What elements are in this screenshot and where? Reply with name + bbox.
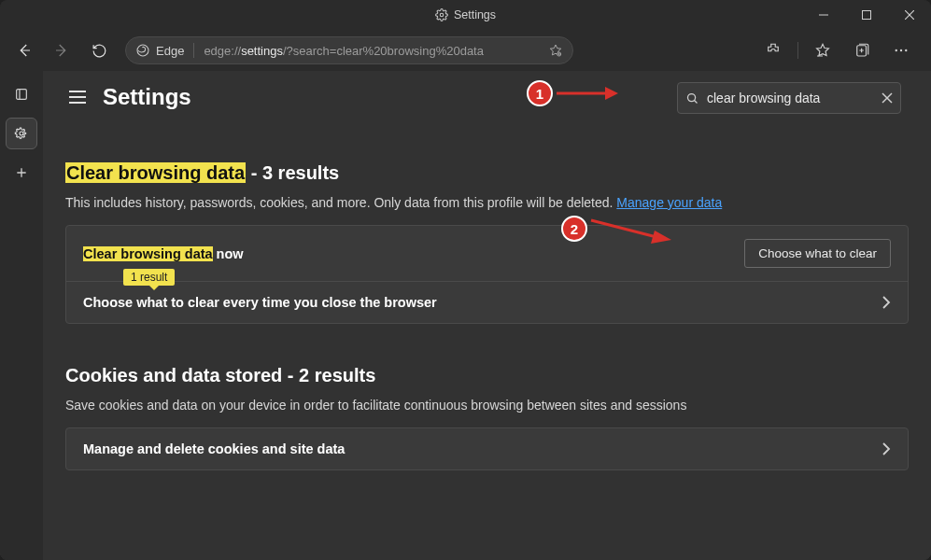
svg-line-24 <box>695 100 698 103</box>
clear-on-close-row[interactable]: Choose what to clear every time you clos… <box>66 282 908 323</box>
tab-actions-button[interactable] <box>6 78 37 110</box>
clear-browsing-card: Clear browsing data now Choose what to c… <box>65 225 909 324</box>
window-title: Settings <box>454 8 496 21</box>
url-path: settings <box>241 44 283 58</box>
section-description: This includes history, passwords, cookie… <box>65 195 909 210</box>
toolbar-actions <box>758 35 924 65</box>
page-body: Settings 1 Clear browsing data - 3 resul… <box>0 71 931 560</box>
svg-point-5 <box>137 45 148 56</box>
svg-point-0 <box>440 13 444 17</box>
svg-point-12 <box>896 49 897 51</box>
collections-button[interactable] <box>847 35 877 65</box>
url-scheme: edge:// <box>204 44 241 58</box>
cookies-card: Manage and delete cookies and site data <box>65 427 909 470</box>
svg-point-17 <box>20 132 23 135</box>
section-title-highlight: Clear browsing data <box>65 162 246 183</box>
search-clear-button[interactable] <box>882 92 893 104</box>
site-identity[interactable]: Edge <box>135 43 184 58</box>
window-controls <box>802 0 931 30</box>
url-query: /?search=clear%20browsing%20data <box>283 44 484 58</box>
minimize-button[interactable] <box>802 0 845 30</box>
choose-what-to-clear-button[interactable]: Choose what to clear <box>744 239 891 268</box>
svg-rect-15 <box>17 90 27 100</box>
vertical-tab-strip <box>0 71 43 560</box>
section-cookies-data: Cookies and data stored - 2 results Save… <box>65 365 909 470</box>
settings-content: Settings 1 Clear browsing data - 3 resul… <box>43 71 931 560</box>
row-label: Choose what to clear every time you clos… <box>83 295 437 310</box>
new-tab-button[interactable] <box>6 157 37 189</box>
maximize-button[interactable] <box>845 0 888 30</box>
edge-logo-icon <box>135 43 150 58</box>
section-clear-browsing-data: Clear browsing data - 3 results This inc… <box>65 162 909 324</box>
manage-your-data-link[interactable]: Manage your data <box>616 195 722 210</box>
svg-point-14 <box>905 49 907 51</box>
close-button[interactable] <box>888 0 931 30</box>
chevron-right-icon <box>882 442 891 455</box>
more-button[interactable] <box>886 35 916 65</box>
section-title-suffix: - 3 results <box>246 162 339 183</box>
section-title: Cookies and data stored - 2 results <box>65 365 909 386</box>
section-title: Clear browsing data - 3 results <box>65 162 909 184</box>
browser-toolbar: Edge edge://settings/?search=clear%20bro… <box>0 30 931 71</box>
tab-settings[interactable] <box>6 118 37 149</box>
svg-point-13 <box>900 49 902 51</box>
row-label-highlight: Clear browsing data <box>83 246 213 261</box>
favorites-button[interactable] <box>808 35 838 65</box>
title-bar: Settings <box>0 0 931 30</box>
svg-rect-2 <box>863 11 871 20</box>
settings-menu-button[interactable] <box>65 85 90 109</box>
page-title: Settings <box>103 84 191 110</box>
clear-browsing-data-now-row: Clear browsing data now Choose what to c… <box>66 226 908 281</box>
row-label-suffix: now <box>213 246 244 261</box>
extensions-button[interactable] <box>758 35 788 65</box>
settings-search-input[interactable] <box>707 91 874 105</box>
section-desc-text: This includes history, passwords, cookie… <box>65 195 616 210</box>
forward-button[interactable] <box>45 35 78 66</box>
address-separator <box>193 43 194 58</box>
manage-cookies-row[interactable]: Manage and delete cookies and site data <box>66 428 908 469</box>
refresh-button[interactable] <box>82 35 116 66</box>
back-button[interactable] <box>7 35 41 66</box>
row-label: Clear browsing data now <box>83 246 244 261</box>
window-title-group: Settings <box>435 8 496 21</box>
app-window: Settings Edge edge://settings/?search=cl… <box>0 0 931 560</box>
section-description: Save cookies and data on your device in … <box>65 398 909 413</box>
search-icon <box>685 91 699 105</box>
url-text: edge://settings/?search=clear%20browsing… <box>204 44 484 58</box>
row-label: Manage and delete cookies and site data <box>83 441 345 456</box>
favorite-star-icon[interactable] <box>548 43 563 58</box>
address-bar[interactable]: Edge edge://settings/?search=clear%20bro… <box>125 36 573 64</box>
gear-icon <box>435 8 448 21</box>
chevron-right-icon <box>882 296 891 309</box>
svg-point-23 <box>688 93 696 101</box>
settings-search-box[interactable] <box>677 82 901 114</box>
site-identity-label: Edge <box>156 44 184 58</box>
